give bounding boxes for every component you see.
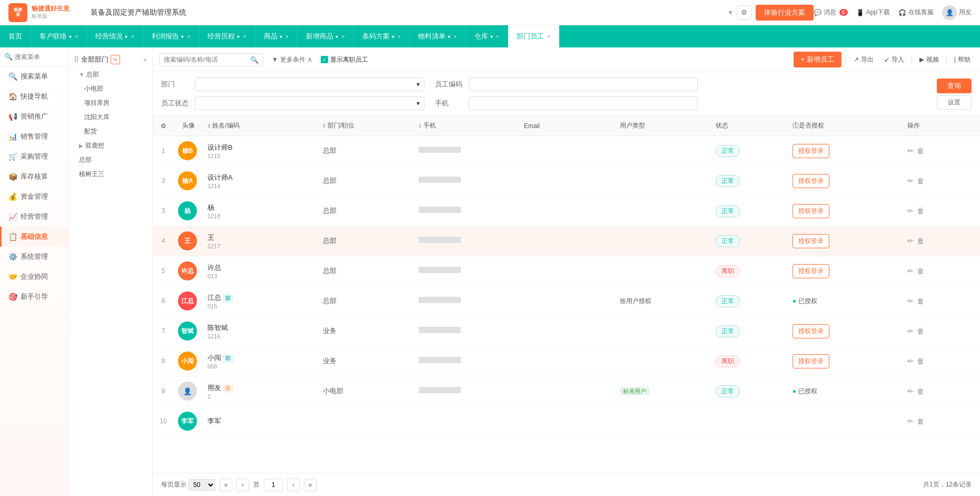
tab-warehouse[interactable]: 仓库▾× xyxy=(466,25,508,47)
prev-page-btn[interactable]: ‹ xyxy=(236,479,249,491)
sidebar-item-operation[interactable]: 📈 经营管理 xyxy=(0,207,68,227)
auth-login-btn[interactable]: 授权登录 xyxy=(793,204,829,218)
search-icon[interactable]: 🔍 xyxy=(250,56,259,64)
dept-item-xiangmu[interactable]: 项目库房 xyxy=(68,96,152,110)
more-filter-label: 更多条件 xyxy=(280,55,305,64)
tab-goods[interactable]: 商品▾× xyxy=(255,25,298,47)
col-name-code[interactable]: ↕ 姓名/编码 xyxy=(203,116,319,136)
sidebar-item-search[interactable]: 🔍 搜索菜单 xyxy=(0,66,68,86)
delete-icon[interactable]: 🗑 xyxy=(917,147,924,155)
col-settings[interactable]: ⚙ xyxy=(153,116,174,136)
sidebar-item-marketing[interactable]: 📢 营销推广 xyxy=(0,106,68,127)
sidebar-item-finance[interactable]: 💰 资金管理 xyxy=(0,187,68,207)
delete-icon[interactable]: 🗑 xyxy=(917,417,924,425)
sidebar-item-basic-info[interactable]: 📋 基础信息 xyxy=(0,227,68,247)
dept-item-shuanglu[interactable]: ▶ 双鹿想 xyxy=(68,139,152,153)
help-btn[interactable]: | 帮助 xyxy=(951,53,974,66)
tab-customer[interactable]: 客户联络▾× xyxy=(31,25,87,47)
tab-operation[interactable]: 经营情况▾× xyxy=(87,25,143,47)
query-btn[interactable]: 查询 xyxy=(937,79,972,93)
delete-icon[interactable]: 🗑 xyxy=(917,387,924,395)
auth-login-btn[interactable]: 授权登录 xyxy=(793,144,829,158)
import-btn[interactable]: ↙ 导入 xyxy=(881,53,907,66)
auth-login-btn[interactable]: 授权登录 xyxy=(793,264,829,278)
auth-login-btn[interactable]: 授权登录 xyxy=(793,234,829,248)
col-dept[interactable]: ↕ 部门/职位 xyxy=(319,116,414,136)
delete-icon[interactable]: 🗑 xyxy=(917,207,924,215)
delete-icon[interactable]: 🗑 xyxy=(917,327,924,335)
export-btn[interactable]: ↗ 导出 xyxy=(850,53,877,66)
delete-icon[interactable]: 🗑 xyxy=(917,357,924,365)
dept-filter-icon[interactable]: ✎ xyxy=(111,55,120,64)
page-input[interactable] xyxy=(264,479,283,491)
edit-icon[interactable]: ✏ xyxy=(907,357,914,365)
sidebar-search-area[interactable]: 🔍 xyxy=(0,47,68,66)
phone-input[interactable] xyxy=(469,96,698,110)
online-service-btn[interactable]: 🎧 在线客服 xyxy=(898,8,934,17)
search-input[interactable] xyxy=(164,56,248,63)
name-code: 用友应 2 xyxy=(207,383,314,400)
first-page-btn[interactable]: « xyxy=(220,479,232,491)
edit-icon[interactable]: ✏ xyxy=(907,297,914,305)
emp-status-select[interactable]: ▾ xyxy=(195,96,424,110)
last-page-btn[interactable]: » xyxy=(304,479,316,491)
tab-home[interactable]: 首页 xyxy=(0,25,31,47)
edit-icon[interactable]: ✏ xyxy=(907,417,914,425)
emp-code-input[interactable] xyxy=(469,77,698,91)
reset-btn[interactable]: 设置 xyxy=(937,95,972,110)
edit-icon[interactable]: ✏ xyxy=(907,327,914,335)
edit-icon[interactable]: ✏ xyxy=(907,207,914,215)
col-phone[interactable]: ↕ 手机 xyxy=(414,116,520,136)
tab-employees[interactable]: 部门员工× xyxy=(508,25,559,47)
delete-icon[interactable]: 🗑 xyxy=(917,267,924,275)
tab-bom[interactable]: 物料清单▾× xyxy=(410,25,466,47)
dept-item-zongbu-parent[interactable]: ▼ 总部 xyxy=(68,67,152,82)
page-size-dropdown[interactable]: 50 100 200 xyxy=(189,479,215,491)
add-employee-btn[interactable]: + 新增员工 xyxy=(794,52,842,67)
tab-profit[interactable]: 利润报告▾× xyxy=(143,25,199,47)
tab-new-goods[interactable]: 新增商品▾× xyxy=(298,25,353,47)
tab-history[interactable]: 经营历程▾× xyxy=(199,25,255,47)
search-box[interactable]: 🔍 xyxy=(159,53,263,66)
app-download-btn[interactable]: 📱 App下载 xyxy=(856,8,890,17)
edit-icon[interactable]: ✏ xyxy=(907,237,914,245)
gear-button[interactable]: ⚙ xyxy=(737,5,751,20)
sidebar-item-purchase[interactable]: 🛒 采购管理 xyxy=(0,147,68,167)
dept-collapse-btn[interactable]: « xyxy=(143,56,147,63)
edit-icon[interactable]: ✏ xyxy=(907,387,914,395)
sidebar-item-collab[interactable]: 🤝 企业协同 xyxy=(0,267,68,287)
dept-select[interactable]: ▾ xyxy=(195,77,424,91)
dept-item-shenyang[interactable]: 沈阳大库 xyxy=(68,110,152,124)
show-resigned-toggle[interactable]: ✓ 显示离职员工 xyxy=(321,55,368,64)
dept-label: 部门 xyxy=(161,80,191,89)
auth-login-btn[interactable]: 授权登录 xyxy=(793,354,829,368)
auth-login-btn[interactable]: 授权登录 xyxy=(793,174,829,188)
message-btn[interactable]: 💬 消息 6 xyxy=(814,8,848,17)
delete-icon[interactable]: 🗑 xyxy=(917,297,924,305)
view-btn[interactable]: ▶ 视频 xyxy=(916,53,942,66)
delete-icon[interactable]: 🗑 xyxy=(917,177,924,185)
more-filter-btn[interactable]: ▼ 更多条件 ∧ xyxy=(268,53,316,66)
dept-item-peihuo[interactable]: 配货 xyxy=(68,124,152,139)
next-page-btn[interactable]: › xyxy=(287,479,300,491)
edit-icon[interactable]: ✏ xyxy=(907,267,914,275)
dept-item-zongbu2[interactable]: 总部 xyxy=(68,153,152,167)
edit-icon[interactable]: ✏ xyxy=(907,177,914,185)
delete-icon[interactable]: 🗑 xyxy=(917,237,924,245)
sidebar-item-sales[interactable]: 📊 销售管理 xyxy=(0,127,68,147)
sidebar-item-system[interactable]: ⚙️ 系统管理 xyxy=(0,247,68,267)
sidebar-search-input[interactable] xyxy=(15,53,64,61)
dept-item-xiaodibu[interactable]: 小电部 xyxy=(68,82,152,96)
system-title-arrow[interactable]: ▾ xyxy=(729,8,732,16)
sidebar-item-guide[interactable]: 🎯 新手引导 xyxy=(0,287,68,307)
user-area[interactable]: 👤 用友 xyxy=(942,5,972,20)
sidebar-item-inventory[interactable]: 📦 库存核算 xyxy=(0,167,68,187)
edit-icon[interactable]: ✏ xyxy=(907,147,914,155)
experience-btn[interactable]: 体验行业方案 xyxy=(756,5,814,21)
search-menu-icon: 🔍 xyxy=(8,72,17,81)
dept-item-zhishu[interactable]: 植树王三 xyxy=(68,167,152,181)
sidebar-item-quick-nav[interactable]: 🏠 快捷导航 xyxy=(0,86,68,106)
sidebar-item-label: 资金管理 xyxy=(21,192,48,201)
tab-barcode[interactable]: 条码方案▾× xyxy=(354,25,410,47)
auth-login-btn[interactable]: 授权登录 xyxy=(793,324,829,338)
